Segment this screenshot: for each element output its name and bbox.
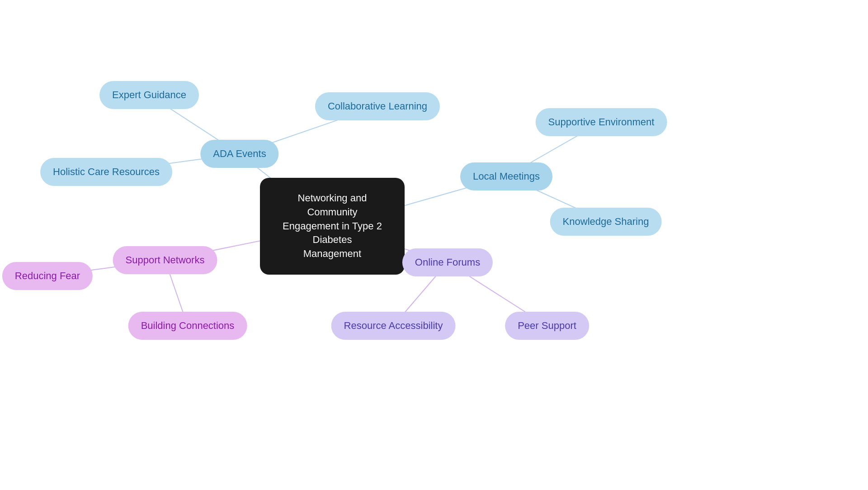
node-building-connections: Building Connections [128,312,247,340]
connections-svg [0,0,868,490]
node-label-ada-events: ADA Events [213,148,266,160]
node-label-online-forums: Online Forums [415,257,480,268]
center-node: Networking and Community Engagement in T… [260,178,405,275]
mindmap-container: Networking and Community Engagement in T… [0,0,868,490]
node-collaborative-learning: Collaborative Learning [315,92,440,120]
node-supportive-environment: Supportive Environment [536,108,667,136]
node-peer-support: Peer Support [505,312,589,340]
node-label-local-meetings: Local Meetings [473,171,540,182]
node-support-networks: Support Networks [113,246,217,274]
node-label-building-connections: Building Connections [141,320,235,332]
node-label-supportive-environment: Supportive Environment [548,116,655,128]
node-label-peer-support: Peer Support [518,320,576,332]
node-label-reducing-fear: Reducing Fear [15,270,80,282]
node-expert-guidance: Expert Guidance [99,81,199,109]
node-local-meetings: Local Meetings [460,162,552,190]
node-knowledge-sharing: Knowledge Sharing [550,208,662,236]
node-reducing-fear: Reducing Fear [2,262,93,290]
node-label-resource-accessibility: Resource Accessibility [344,320,443,332]
node-resource-accessibility: Resource Accessibility [331,312,456,340]
node-holistic-care: Holistic Care Resources [40,158,172,186]
node-label-holistic-care: Holistic Care Resources [53,166,160,178]
node-label-expert-guidance: Expert Guidance [112,89,186,101]
node-label-knowledge-sharing: Knowledge Sharing [563,216,649,228]
node-label-support-networks: Support Networks [126,254,205,266]
node-online-forums: Online Forums [402,248,493,276]
node-ada-events: ADA Events [200,140,278,168]
center-label: Networking and Community Engagement in T… [276,191,389,261]
node-label-collaborative-learning: Collaborative Learning [328,100,427,112]
